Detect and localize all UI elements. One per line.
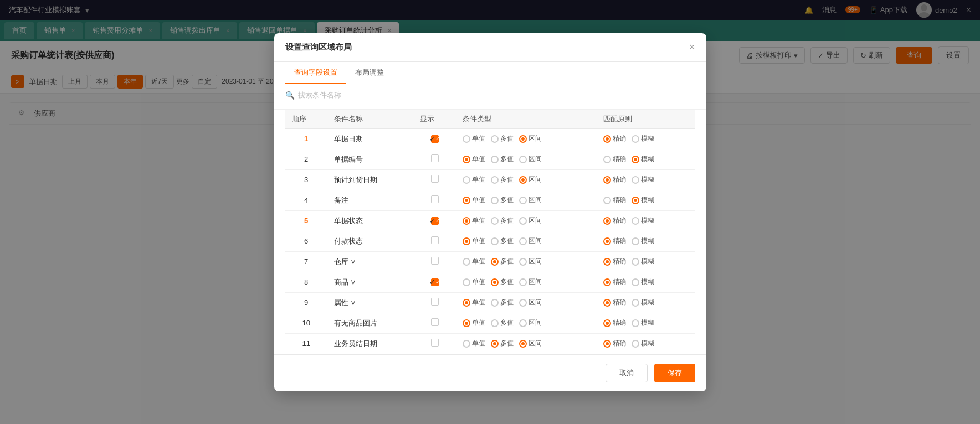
modal-close-button[interactable]: × xyxy=(689,42,695,52)
radio-single[interactable]: 单值 xyxy=(463,298,485,307)
radio-exact[interactable]: 精确 xyxy=(603,257,626,266)
checkbox[interactable] xyxy=(431,318,439,326)
row-match-rule: 精确模糊 xyxy=(597,292,695,313)
radio-fuzzy[interactable]: 模糊 xyxy=(632,257,654,266)
row-condition-name: 商品 ∨ xyxy=(327,272,414,292)
radio-single[interactable]: 单值 xyxy=(463,257,485,266)
radio-multi[interactable]: 多值 xyxy=(491,257,514,266)
radio-range[interactable]: 区间 xyxy=(519,216,542,225)
radio-range[interactable]: 区间 xyxy=(519,257,542,266)
radio-range[interactable]: 区间 xyxy=(519,175,542,184)
radio-range[interactable]: 区间 xyxy=(519,339,542,348)
radio-single[interactable]: 单值 xyxy=(463,216,485,225)
checkbox[interactable] xyxy=(431,175,439,183)
radio-exact[interactable]: 精确 xyxy=(603,236,626,246)
row-display-checkbox[interactable] xyxy=(413,149,455,169)
radio-multi[interactable]: 多值 xyxy=(491,195,514,205)
table-row: 2单据编号单值多值区间精确模糊 xyxy=(285,149,695,169)
cancel-button[interactable]: 取消 xyxy=(606,364,648,382)
save-button[interactable]: 保存 xyxy=(654,364,695,382)
row-display-checkbox[interactable] xyxy=(413,313,455,333)
search-input[interactable] xyxy=(298,91,407,99)
radio-multi[interactable]: 多值 xyxy=(491,298,514,307)
radio-exact[interactable]: 精确 xyxy=(603,298,626,307)
modal-tab-layout[interactable]: 布局调整 xyxy=(346,62,393,84)
checkbox[interactable] xyxy=(431,236,439,244)
radio-fuzzy[interactable]: 模糊 xyxy=(632,298,654,307)
radio-exact[interactable]: 精确 xyxy=(603,339,626,348)
row-display-checkbox[interactable] xyxy=(413,333,455,354)
checkbox[interactable] xyxy=(431,195,439,203)
radio-fuzzy[interactable]: 模糊 xyxy=(632,195,654,205)
row-cond-type: 单值多值区间 xyxy=(456,272,597,292)
radio-fuzzy[interactable]: 模糊 xyxy=(632,236,654,246)
checkbox[interactable]: ✓ xyxy=(431,278,439,286)
radio-exact[interactable]: 精确 xyxy=(603,318,626,328)
row-display-checkbox[interactable] xyxy=(413,231,455,251)
table-row: 1单据日期✓单值多值区间精确模糊 xyxy=(285,128,695,149)
checkbox[interactable] xyxy=(431,154,439,162)
checkbox[interactable]: ✓ xyxy=(431,135,439,143)
radio-range[interactable]: 区间 xyxy=(519,298,542,307)
radio-single[interactable]: 单值 xyxy=(463,339,485,348)
radio-single[interactable]: 单值 xyxy=(463,134,485,143)
checkbox[interactable] xyxy=(431,257,439,265)
row-display-checkbox[interactable]: ✓ xyxy=(413,128,455,149)
radio-range[interactable]: 区间 xyxy=(519,134,542,143)
radio-range[interactable]: 区间 xyxy=(519,195,542,205)
row-display-checkbox[interactable] xyxy=(413,292,455,313)
row-display-checkbox[interactable]: ✓ xyxy=(413,210,455,231)
radio-multi[interactable]: 多值 xyxy=(491,216,514,225)
radio-multi[interactable]: 多值 xyxy=(491,236,514,246)
radio-range[interactable]: 区间 xyxy=(519,277,542,287)
radio-single[interactable]: 单值 xyxy=(463,318,485,328)
radio-exact[interactable]: 精确 xyxy=(603,195,626,205)
radio-multi[interactable]: 多值 xyxy=(491,277,514,287)
cancel-label: 取消 xyxy=(619,369,634,377)
radio-range[interactable]: 区间 xyxy=(519,318,542,328)
radio-exact[interactable]: 精确 xyxy=(603,277,626,287)
radio-fuzzy[interactable]: 模糊 xyxy=(632,277,654,287)
row-display-checkbox[interactable]: ✓ xyxy=(413,272,455,292)
radio-single[interactable]: 单值 xyxy=(463,154,485,164)
table-row: 10有无商品图片单值多值区间精确模糊 xyxy=(285,313,695,333)
radio-multi[interactable]: 多值 xyxy=(491,175,514,184)
radio-multi[interactable]: 多值 xyxy=(491,318,514,328)
row-display-checkbox[interactable] xyxy=(413,169,455,190)
radio-fuzzy[interactable]: 模糊 xyxy=(632,216,654,225)
radio-multi[interactable]: 多值 xyxy=(491,339,514,348)
row-match-rule: 精确模糊 xyxy=(597,313,695,333)
row-condition-name: 仓库 ∨ xyxy=(327,251,414,272)
col-cond-type: 条件类型 xyxy=(456,110,597,129)
col-display: 显示 xyxy=(413,110,455,129)
row-order: 1 xyxy=(285,128,327,149)
radio-range[interactable]: 区间 xyxy=(519,154,542,164)
radio-fuzzy[interactable]: 模糊 xyxy=(632,134,654,143)
radio-exact[interactable]: 精确 xyxy=(603,134,626,143)
checkbox[interactable] xyxy=(431,298,439,306)
row-display-checkbox[interactable] xyxy=(413,251,455,272)
radio-exact[interactable]: 精确 xyxy=(603,154,626,164)
radio-range[interactable]: 区间 xyxy=(519,236,542,246)
radio-fuzzy[interactable]: 模糊 xyxy=(632,175,654,184)
row-order: 3 xyxy=(285,169,327,190)
modal-tab-query-fields[interactable]: 查询字段设置 xyxy=(285,62,346,84)
radio-single[interactable]: 单值 xyxy=(463,175,485,184)
radio-exact[interactable]: 精确 xyxy=(603,216,626,225)
modal-dialog: 设置查询区域布局 × 查询字段设置 布局调整 🔍 xyxy=(274,33,706,391)
search-icon: 🔍 xyxy=(285,91,295,100)
radio-multi[interactable]: 多值 xyxy=(491,134,514,143)
row-order: 7 xyxy=(285,251,327,272)
radio-single[interactable]: 单值 xyxy=(463,236,485,246)
radio-single[interactable]: 单值 xyxy=(463,277,485,287)
radio-fuzzy[interactable]: 模糊 xyxy=(632,154,654,164)
row-cond-type: 单值多值区间 xyxy=(456,251,597,272)
radio-exact[interactable]: 精确 xyxy=(603,175,626,184)
checkbox[interactable]: ✓ xyxy=(431,217,439,225)
radio-single[interactable]: 单值 xyxy=(463,195,485,205)
radio-fuzzy[interactable]: 模糊 xyxy=(632,339,654,348)
checkbox[interactable] xyxy=(431,339,439,347)
radio-fuzzy[interactable]: 模糊 xyxy=(632,318,654,328)
radio-multi[interactable]: 多值 xyxy=(491,154,514,164)
row-display-checkbox[interactable] xyxy=(413,190,455,210)
